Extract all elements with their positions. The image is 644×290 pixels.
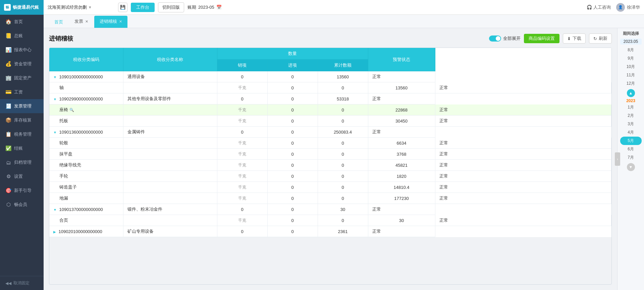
col-quantity-group: 数量 xyxy=(217,48,368,60)
data-table-wrapper: 税收分类编码 税收分类名称 数量 预警状态 销项 进项 累计数额 xyxy=(49,48,612,285)
calendar-icon[interactable]: 📅 xyxy=(216,5,222,10)
toggle-track[interactable] xyxy=(489,35,501,42)
month-6[interactable]: 6月 xyxy=(620,145,642,153)
sidebar-item-assets[interactable]: 🏢 固定资产 xyxy=(0,71,44,85)
expand-icon[interactable]: ▶ xyxy=(53,230,56,234)
sidebar-item-home[interactable]: 🏠 首页 xyxy=(0,15,44,29)
month-10[interactable]: 10月 xyxy=(620,63,642,71)
table-row[interactable]: 轴 千克 0 0 13560 正常 xyxy=(49,82,611,93)
month-9[interactable]: 9月 xyxy=(620,54,642,63)
headset-icon: 🎧 xyxy=(587,5,592,10)
user-name: 徐泽华 xyxy=(627,4,640,10)
sidebar-label-assets: 固定资产 xyxy=(14,75,32,81)
cell-status: 正常 xyxy=(435,82,611,93)
table-row[interactable]: 地漏 千克 0 0 177230 正常 xyxy=(49,193,611,204)
sidebar-item-invoice[interactable]: 🧾 发票管理 xyxy=(0,99,44,113)
panel-toggle-button[interactable]: › xyxy=(615,152,620,166)
cell-total: 30 xyxy=(368,215,435,226)
tab-reconcile[interactable]: 进销稽核 ✕ xyxy=(94,16,127,28)
save-button[interactable]: 💾 xyxy=(118,3,127,12)
cell-sales: 0 xyxy=(267,215,318,226)
month-1[interactable]: 1月 xyxy=(620,103,642,112)
sidebar-item-guide[interactable]: 🎯 新手引导 xyxy=(0,184,44,198)
settings-icon: ⚙ xyxy=(5,173,11,179)
cell-unit: 千克 xyxy=(217,149,267,160)
cell-purchase: 0 xyxy=(318,215,368,226)
sidebar-item-settle[interactable]: ✅ 结账 xyxy=(0,141,44,155)
tab-invoice[interactable]: 发票 ✕ xyxy=(69,16,94,28)
sidebar-item-member[interactable]: ⬡ 畅会员 xyxy=(0,198,44,212)
assets-icon: 🏢 xyxy=(5,75,11,81)
expand-icon[interactable]: ▼ xyxy=(53,208,57,212)
sidebar-item-salary[interactable]: 💳 工资 xyxy=(0,85,44,99)
table-row[interactable]: 托板 千克 0 0 30450 正常 xyxy=(49,116,611,127)
sidebar-item-archive[interactable]: 🗂 归档管理 xyxy=(0,155,44,169)
sidebar-item-reports[interactable]: 📊 报表中心 xyxy=(0,43,44,57)
page-content: 进销稽核 全部展开 商品编码设置 ⬇ 下载 ↻ 刷 xyxy=(44,28,617,290)
cell-code: ▼ 109013700000000000 xyxy=(49,204,123,215)
cell-code: ▼ 109010000000000000 xyxy=(49,71,123,82)
expand-icon[interactable]: ▼ xyxy=(53,75,57,79)
month-8[interactable]: 8月 xyxy=(620,46,642,54)
cell-sales: 0 xyxy=(267,182,318,193)
month-2[interactable]: 2月 xyxy=(620,112,642,120)
inventory-icon: 📦 xyxy=(5,117,11,123)
month-11[interactable]: 11月 xyxy=(620,71,642,79)
cell-status: 正常 xyxy=(435,171,611,182)
switch-version-button[interactable]: 切到旧版 xyxy=(158,2,184,12)
company-selector[interactable]: 沈海英测试经营勿删 ▾ xyxy=(48,4,115,10)
topbar-right: 🎧 人工咨询 👤 徐泽华 xyxy=(587,3,640,12)
sidebar-label-capital: 资金管理 xyxy=(14,61,32,67)
table-row[interactable]: 合页 千克 0 0 30 正常 xyxy=(49,215,611,226)
month-12[interactable]: 12月 xyxy=(620,79,642,88)
service-button[interactable]: 🎧 人工咨询 xyxy=(587,4,611,10)
sidebar-item-capital[interactable]: 💰 资金管理 xyxy=(0,57,44,71)
year-nav-down[interactable]: ▼ xyxy=(627,163,635,171)
table-row[interactable]: ▼ 109029900000000000 其他专用设备及零部件 0 0 5331… xyxy=(49,93,611,104)
table-row[interactable]: ▼ 109013700000000000 锻件、粉末冶金件 0 0 30 正常 xyxy=(49,204,611,215)
tab-invoice-close[interactable]: ✕ xyxy=(85,19,88,24)
table-row[interactable]: ▼ 109013600000000000 金属铸件 0 0 250083.4 正… xyxy=(49,127,611,138)
cell-taxname xyxy=(123,82,217,93)
cell-name: 轴 xyxy=(49,82,123,93)
unpin-label: 取消固定 xyxy=(13,280,30,286)
user-menu[interactable]: 👤 徐泽华 xyxy=(616,3,640,12)
workspace-button[interactable]: 工作台 xyxy=(131,3,155,12)
refresh-button[interactable]: ↻ 刷新 xyxy=(589,33,612,44)
cell-name: 托板 xyxy=(49,116,123,127)
cell-taxname xyxy=(123,149,217,160)
table-row[interactable]: ▶ 109020100000000000 矿山专用设备 0 0 2361 正常 xyxy=(49,226,611,237)
table-row[interactable]: 手轮 千克 0 0 1820 正常 xyxy=(49,171,611,182)
tab-home-label: 首页 xyxy=(54,19,63,25)
month-7[interactable]: 7月 xyxy=(620,153,642,162)
table-row[interactable]: 轮毂 千克 0 0 6634 正常 xyxy=(49,138,611,149)
table-row[interactable]: 绝缘导线壳 千克 0 0 45821 正常 xyxy=(49,160,611,171)
table-row[interactable]: ▼ 109010000000000000 通用设备 0 0 13560 正常 xyxy=(49,71,611,82)
month-3[interactable]: 3月 xyxy=(620,120,642,128)
sidebar-item-inventory[interactable]: 📦 库存核算 xyxy=(0,113,44,127)
sidebar-item-ledger[interactable]: 📒 总账 xyxy=(0,29,44,43)
expand-toggle[interactable]: 全部展开 xyxy=(489,35,521,42)
tab-home[interactable]: 首页 xyxy=(49,16,68,28)
period-year-top[interactable]: 2023.05 xyxy=(620,39,642,45)
setting-button[interactable]: 商品编码设置 xyxy=(524,34,559,43)
table-row[interactable]: 铸造盖子 千克 0 0 14810.4 正常 xyxy=(49,182,611,193)
tab-reconcile-close[interactable]: ✕ xyxy=(119,19,122,24)
sidebar-unpin[interactable]: ◀◀ 取消固定 xyxy=(0,276,44,290)
sidebar-item-settings[interactable]: ⚙ 设置 xyxy=(0,169,44,184)
cell-total: 30450 xyxy=(368,116,435,127)
cell-unit: 千克 xyxy=(217,104,267,116)
month-5[interactable]: 5月 xyxy=(620,137,642,145)
table-row[interactable]: 抹平盘 千克 0 0 3768 正常 xyxy=(49,149,611,160)
year-nav-up[interactable]: ▲ xyxy=(627,89,635,97)
expand-icon[interactable]: ▼ xyxy=(53,131,57,134)
search-icon[interactable]: 🔍 xyxy=(69,108,74,112)
sidebar-item-tax[interactable]: 📋 税务管理 xyxy=(0,127,44,141)
cell-sales: 0 xyxy=(217,127,267,138)
table-row[interactable]: 座椅 🔍 千克 0 0 22868 正常 xyxy=(49,104,611,116)
cell-purchase: 0 xyxy=(318,149,368,160)
month-4[interactable]: 4月 xyxy=(620,128,642,137)
expand-icon[interactable]: ▼ xyxy=(53,97,57,101)
sidebar-label-archive: 归档管理 xyxy=(14,159,32,165)
download-button[interactable]: ⬇ 下载 xyxy=(563,33,586,44)
